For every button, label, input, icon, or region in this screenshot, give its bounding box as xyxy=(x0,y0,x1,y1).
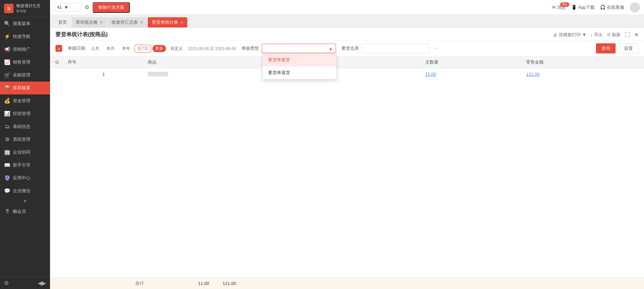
messages-btn[interactable]: ✉ 消息 99+ xyxy=(552,4,566,10)
page-title: 要货单统计表(按商品) xyxy=(55,31,108,38)
tab-order-stats[interactable]: 要货单统计表 ✕ xyxy=(148,17,187,27)
type-filter-wrapper: 单据类型 ▲ 要货单要货 要货单退货 xyxy=(241,44,336,53)
filter-actions: 查询 设置 xyxy=(596,43,639,53)
shortcut-custom[interactable]: 自定义 xyxy=(167,45,186,52)
warehouse-label: 要货仓库 xyxy=(341,45,359,51)
export-btn[interactable]: ↓ 导出 xyxy=(591,32,603,38)
sidebar-item-label-basicinfo: 基础信息 xyxy=(13,124,30,130)
sidebar-item-search[interactable]: 🔍 搜索菜单 xyxy=(0,17,50,30)
table-header-row: ⚙ 序号 商品 主计量单位 主数量 零售金额 xyxy=(50,57,644,68)
basicinfo-icon: 🗂 xyxy=(4,124,10,129)
tab-inventory-batch[interactable]: 库存批次账 ✕ xyxy=(72,17,107,27)
topbar: 41 ▼ ⚙ 体验行业方案 ✉ 消息 99+ 📱 App下载 🎧 在线客服 xyxy=(50,0,644,15)
sidebar-item-purchase[interactable]: 🛒 采购管理 xyxy=(0,69,50,82)
shortcut-this-month[interactable]: 本月 xyxy=(103,45,118,52)
management-icon: 📊 xyxy=(4,111,10,117)
sidebar-item-management[interactable]: 📊 经营管理 xyxy=(0,107,50,120)
date-shortcuts: 上月 本月 本年 近7天 更多 自定义 xyxy=(88,45,186,52)
dropdown-item-order-return[interactable]: 要货单退货 xyxy=(263,66,336,79)
sidebar-item-sales[interactable]: 📈 销售管理 xyxy=(0,56,50,69)
td-quantity: 11.00 xyxy=(421,68,522,80)
date-filter-group: 单据日期 上月 本月 本年 近7天 更多 自定义 2023-05-06 至 20… xyxy=(68,45,236,52)
trial-btn[interactable]: 体验行业方案 xyxy=(93,2,130,13)
sidebar-item-basic-info[interactable]: 🗂 基础信息 xyxy=(0,120,50,133)
sidebar-item-member[interactable]: 🎖 畅会员 xyxy=(0,205,50,218)
online-service-btn[interactable]: 🎧 在线客服 xyxy=(600,4,624,10)
td-product: ██████ xyxy=(144,68,278,80)
collapse-sidebar-icon[interactable]: ◀▶ xyxy=(38,280,46,286)
topbar-left: 41 ▼ ⚙ 体验行业方案 xyxy=(54,2,549,13)
wechat-icon: 💬 xyxy=(4,188,10,194)
sidebar-item-label-appcenter: 应用中心 xyxy=(13,175,30,181)
user-avatar[interactable] xyxy=(630,2,640,13)
amount-link[interactable]: 121.00 xyxy=(526,72,540,77)
member-icon: 🎖 xyxy=(4,208,10,214)
type-label: 单据类型 xyxy=(241,45,259,51)
sidebar-item-system[interactable]: ⚙ 系统管理 xyxy=(0,133,50,146)
td-amount: 121.00 xyxy=(522,68,644,80)
system-icon: ⚙ xyxy=(4,136,10,142)
tabbar: 首页 库存批次账 ✕ 收发存汇总表 ✕ 要货单统计表 ✕ xyxy=(50,15,644,28)
sales-icon: 📈 xyxy=(4,59,10,65)
sidebar-item-label-system: 系统管理 xyxy=(13,136,30,142)
tab-order-stats-close[interactable]: ✕ xyxy=(180,20,183,25)
sidebar-item-newbie[interactable]: 📖 新手引导 xyxy=(0,159,50,172)
message-icon: ✉ xyxy=(552,5,556,10)
sidebar-item-appcenter[interactable]: 🔮 应用中心 xyxy=(0,172,50,184)
expand-window-btn[interactable]: ⛶ xyxy=(625,32,630,38)
tab-receive-summary[interactable]: 收发存汇总表 ✕ xyxy=(108,17,147,27)
sidebar-item-label-purchase: 采购管理 xyxy=(13,72,30,78)
topbar-settings-icon[interactable]: ⚙ xyxy=(85,4,89,10)
tab-inventory-batch-close[interactable]: ✕ xyxy=(100,20,103,25)
more-filters-icon[interactable]: ··· xyxy=(433,45,438,51)
shortcut-this-year[interactable]: 本年 xyxy=(119,45,133,52)
sidebar-item-label-marketing: 营销推广 xyxy=(13,46,30,52)
content-area: 要货单统计表(按商品) 🖨 按模板打印 ▼ ↓ 导出 ↺ 刷新 ⛶ ✕ xyxy=(50,28,644,289)
th-amount: 零售金额 xyxy=(522,57,644,68)
print-btn[interactable]: 🖨 按模板打印 ▼ xyxy=(553,32,587,38)
purchase-icon: 🛒 xyxy=(4,72,10,78)
refresh-btn[interactable]: ↺ 刷新 xyxy=(607,32,621,38)
app-download-btn[interactable]: 📱 App下载 xyxy=(571,4,595,10)
dropdown-item-order-goods[interactable]: 要货单要货 xyxy=(263,53,336,66)
finance-icon: 💰 xyxy=(4,98,10,104)
shortcut-7days[interactable]: 近7天 xyxy=(135,45,151,52)
enterprise-icon: 🏢 xyxy=(4,149,10,155)
sidebar-item-enterprise[interactable]: 🏢 企业协同 xyxy=(0,146,50,159)
refresh-label: 刷新 xyxy=(612,32,621,38)
quantity-link[interactable]: 11.00 xyxy=(425,72,436,77)
sidebar-item-label-finance: 资金管理 xyxy=(13,98,30,104)
tab-home[interactable]: 首页 xyxy=(54,17,71,27)
quicknav-icon: ⚡ xyxy=(4,34,10,40)
warehouse-select[interactable] xyxy=(362,44,429,53)
sidebar-item-wechat[interactable]: 💬 企业微信 xyxy=(0,184,50,197)
settings-footer-icon[interactable]: ⚙ xyxy=(4,280,9,286)
sidebar-nav: 🔍 搜索菜单 ⚡ 快捷导航 📢 营销推广 📈 销售管理 🛒 采购管理 📦 库存核… xyxy=(0,17,50,277)
sidebar-item-finance[interactable]: 💰 资金管理 xyxy=(0,94,50,107)
company-selector[interactable]: 41 ▼ xyxy=(54,3,81,12)
newbie-icon: 📖 xyxy=(4,162,10,168)
app-name-block: 畅捷通好生意 标准版 xyxy=(16,3,41,14)
filter-expand-btn[interactable]: » xyxy=(55,45,62,52)
close-window-btn[interactable]: ✕ xyxy=(634,31,639,38)
column-settings-icon[interactable]: ⚙ xyxy=(55,59,59,65)
shortcut-more[interactable]: 更多 xyxy=(152,45,166,52)
type-dropdown: 要货单要货 要货单退货 xyxy=(262,53,337,80)
sidebar-item-quicknav[interactable]: ⚡ 快捷导航 xyxy=(0,30,50,43)
app-name: 畅捷通好生意 xyxy=(16,3,41,9)
settings-button[interactable]: 设置 xyxy=(618,43,639,53)
print-icon: 🖨 xyxy=(553,32,557,37)
app-version: 标准版 xyxy=(16,9,41,14)
sidebar-item-inventory[interactable]: 📦 库存核算 xyxy=(0,82,50,94)
query-button[interactable]: 查询 xyxy=(596,43,616,53)
tab-receive-summary-close[interactable]: ✕ xyxy=(140,20,143,25)
footer-quantity: 11.00 xyxy=(198,281,209,286)
sidebar-scroll-down[interactable]: ▼ xyxy=(0,197,50,205)
app-logo-icon: b xyxy=(4,4,14,13)
type-select-box[interactable]: ▲ xyxy=(262,44,336,53)
footer-amount: 121.00 xyxy=(223,281,236,286)
messages-badge: 99+ xyxy=(560,2,569,7)
shortcut-last-month[interactable]: 上月 xyxy=(88,45,102,52)
phone-icon: 📱 xyxy=(571,5,577,10)
sidebar-item-marketing[interactable]: 📢 营销推广 xyxy=(0,43,50,56)
